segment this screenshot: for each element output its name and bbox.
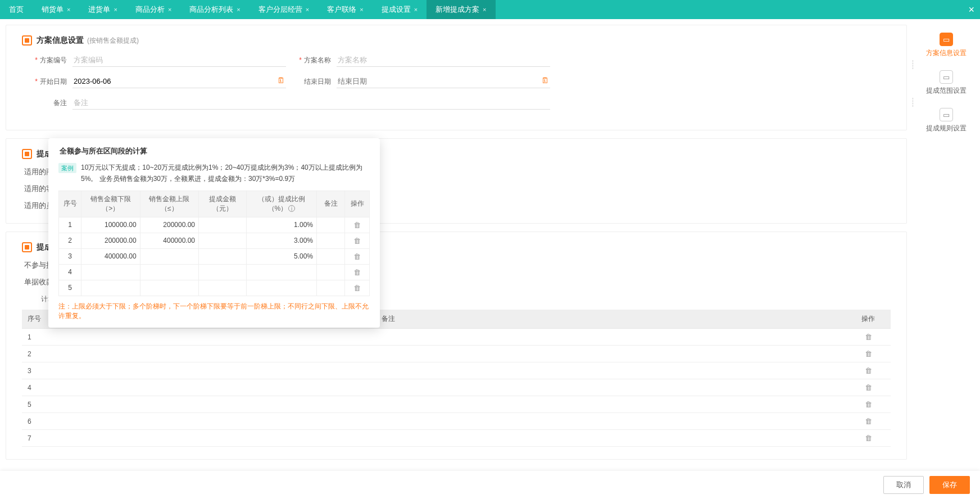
tab-close-icon[interactable]: × [67, 0, 70, 19]
cell-amount[interactable] [199, 280, 247, 296]
tab-提成设置[interactable]: 提成设置× [373, 0, 427, 19]
cell-ratio[interactable]: 3.00% [246, 233, 316, 248]
tab-首页[interactable]: 首页 [0, 0, 33, 19]
cell-remark[interactable] [376, 379, 846, 396]
cell-remark[interactable] [376, 346, 846, 362]
cell-lower[interactable] [56, 346, 140, 362]
anchor-方案信息设置[interactable]: ▭方案信息设置 [913, 33, 980, 58]
cell-lower[interactable]: 400000.00 [81, 248, 140, 264]
cell-remark[interactable] [376, 329, 846, 346]
cell-lower[interactable] [56, 430, 140, 447]
cell-upper[interactable] [140, 329, 224, 346]
cell-remark[interactable] [317, 233, 345, 248]
tab-close-icon[interactable]: × [237, 0, 240, 19]
cell-lower[interactable] [56, 379, 140, 396]
cell-lower[interactable] [56, 413, 140, 430]
cell-ratio[interactable]: 1.00% [246, 217, 316, 233]
trash-icon[interactable]: 🗑 [865, 434, 872, 442]
cell-upper[interactable]: 400000.00 [140, 233, 198, 248]
tabbar-close-icon[interactable]: × [968, 4, 974, 16]
cell-remark[interactable] [317, 217, 345, 233]
tab-close-icon[interactable]: × [483, 0, 486, 19]
tab-close-icon[interactable]: × [414, 0, 418, 19]
cell-remark[interactable] [317, 264, 345, 280]
input-start-date[interactable] [72, 75, 286, 88]
cell-amount[interactable] [224, 346, 297, 362]
tab-客户联络[interactable]: 客户联络× [318, 0, 372, 19]
cell-ratio[interactable] [297, 362, 376, 379]
calendar-icon[interactable]: 🗓 [541, 76, 549, 85]
cell-lower[interactable] [81, 280, 140, 296]
cell-amount[interactable] [199, 217, 247, 233]
trash-icon[interactable]: 🗑 [865, 366, 872, 375]
cell-lower[interactable] [56, 329, 140, 346]
trash-icon[interactable]: 🗑 [353, 268, 361, 276]
tab-close-icon[interactable]: × [168, 0, 171, 19]
cell-ratio[interactable] [297, 329, 376, 346]
cell-amount[interactable] [224, 329, 297, 346]
trash-icon[interactable]: 🗑 [865, 400, 872, 409]
cell-ratio[interactable] [297, 379, 376, 396]
trash-icon[interactable]: 🗑 [353, 221, 361, 229]
cell-upper[interactable] [140, 362, 224, 379]
tab-进货单[interactable]: 进货单× [79, 0, 126, 19]
cell-ratio[interactable] [297, 396, 376, 413]
cell-upper[interactable] [140, 430, 224, 447]
trash-icon[interactable]: 🗑 [865, 417, 872, 425]
input-remark[interactable] [72, 96, 550, 110]
cell-remark[interactable] [317, 280, 345, 296]
trash-icon[interactable]: 🗑 [353, 284, 361, 292]
cell-amount[interactable] [224, 379, 297, 396]
info-icon[interactable]: i [288, 205, 295, 212]
cell-lower[interactable]: 200000.00 [81, 233, 140, 248]
cell-ratio[interactable] [246, 264, 316, 280]
cell-lower[interactable] [81, 264, 140, 280]
cell-upper[interactable] [140, 346, 224, 362]
tab-close-icon[interactable]: × [306, 0, 309, 19]
cell-lower[interactable]: 100000.00 [81, 217, 140, 233]
cell-lower[interactable] [56, 396, 140, 413]
tab-close-icon[interactable]: × [360, 0, 363, 19]
trash-icon[interactable]: 🗑 [865, 383, 872, 392]
cell-amount[interactable] [224, 430, 297, 447]
input-plan-name[interactable] [337, 53, 550, 67]
input-end-date[interactable] [337, 75, 550, 88]
cell-amount[interactable] [224, 396, 297, 413]
input-plan-code[interactable] [72, 53, 286, 67]
anchor-提成范围设置[interactable]: ▭提成范围设置 [913, 70, 980, 96]
cell-upper[interactable] [140, 396, 224, 413]
calendar-icon[interactable]: 🗓 [277, 76, 285, 85]
cell-amount[interactable] [199, 248, 247, 264]
tab-客户分层经营[interactable]: 客户分层经营× [249, 0, 318, 19]
cell-upper[interactable] [140, 379, 224, 396]
cell-remark[interactable] [376, 413, 846, 430]
tab-商品分析[interactable]: 商品分析× [126, 0, 180, 19]
cell-upper[interactable] [140, 280, 198, 296]
trash-icon[interactable]: 🗑 [865, 350, 872, 358]
trash-icon[interactable]: 🗑 [865, 333, 872, 341]
cell-upper[interactable] [140, 413, 224, 430]
tab-新增提成方案[interactable]: 新增提成方案× [427, 0, 495, 19]
cell-remark[interactable] [317, 248, 345, 264]
cell-ratio[interactable] [297, 430, 376, 447]
cell-remark[interactable] [376, 430, 846, 447]
anchor-提成规则设置[interactable]: ▭提成规则设置 [913, 108, 980, 133]
cell-ratio[interactable] [297, 346, 376, 362]
tab-商品分析列表[interactable]: 商品分析列表× [180, 0, 249, 19]
cell-remark[interactable] [376, 396, 846, 413]
tab-销货单[interactable]: 销货单× [33, 0, 79, 19]
cell-remark[interactable] [376, 362, 846, 379]
cell-lower[interactable] [56, 362, 140, 379]
cell-upper[interactable]: 200000.00 [140, 217, 198, 233]
cell-ratio[interactable] [246, 280, 316, 296]
cell-ratio[interactable] [297, 413, 376, 430]
cell-amount[interactable] [199, 233, 247, 248]
trash-icon[interactable]: 🗑 [353, 252, 361, 261]
cell-amount[interactable] [224, 362, 297, 379]
cell-ratio[interactable]: 5.00% [246, 248, 316, 264]
save-button[interactable]: 保存 [929, 476, 970, 494]
trash-icon[interactable]: 🗑 [353, 237, 361, 245]
cell-amount[interactable] [199, 264, 247, 280]
cell-upper[interactable] [140, 248, 198, 264]
cell-upper[interactable] [140, 264, 198, 280]
